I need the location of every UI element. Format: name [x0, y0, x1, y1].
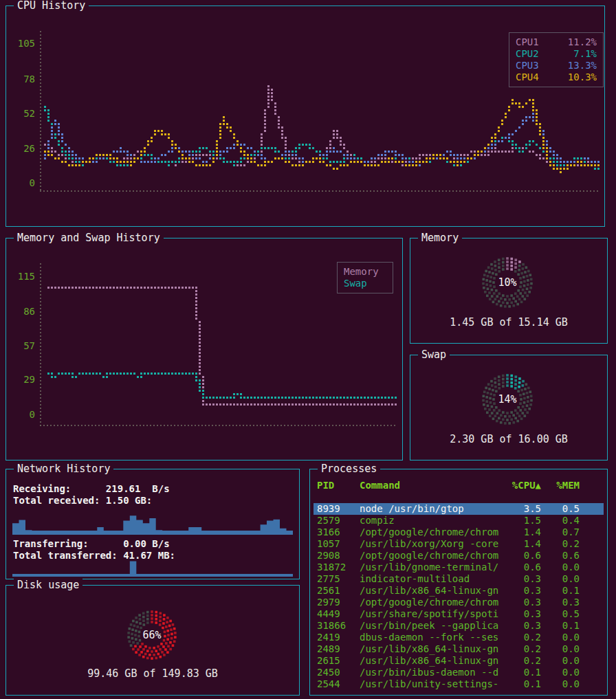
- process-cpu: 1.4: [501, 538, 541, 550]
- legend-label: CPU4: [516, 71, 539, 83]
- y-axis-tick: 86: [10, 306, 35, 317]
- process-row[interactable]: 2419dbus-daemon --fork --ses0.20.0: [314, 632, 604, 643]
- process-row[interactable]: 2489/usr/lib/x86_64-linux-gn0.20.0: [314, 643, 604, 655]
- transferring-sparkline: [12, 557, 293, 577]
- process-cpu: 0.1: [501, 667, 541, 678]
- y-axis-tick: 52: [10, 108, 35, 119]
- network-history-title: Network History: [14, 463, 113, 475]
- process-mem: 0.0: [541, 678, 580, 690]
- process-pid: 2544: [317, 678, 360, 690]
- process-row[interactable]: 2979/opt/google/chrome/chrom0.30.3: [314, 597, 604, 608]
- process-pid: 31872: [317, 562, 360, 573]
- process-cpu: 0.2: [501, 655, 541, 667]
- header-cpu-sort[interactable]: %CPU▲: [501, 480, 541, 491]
- process-cpu: 0.2: [501, 632, 541, 643]
- swap-percent: 14%: [496, 393, 518, 406]
- y-axis-tick: 78: [10, 74, 35, 85]
- process-command: node /usr/bin/gtop: [360, 503, 501, 515]
- process-mem: 0.0: [541, 562, 580, 573]
- process-command: /usr/lib/x86_64-linux-gn: [360, 643, 501, 655]
- process-row[interactable]: 2561/usr/lib/x86_64-linux-gn0.30.1: [314, 585, 604, 597]
- process-row[interactable]: 3166/opt/google/chrome/chrom1.40.7: [314, 526, 604, 538]
- process-command: dbus-daemon --fork --ses: [360, 632, 501, 643]
- process-row[interactable]: 1057/usr/lib/xorg/Xorg -core1.40.2: [314, 538, 604, 550]
- process-row[interactable]: 2450/usr/bin/ibus-daemon --d0.10.0: [314, 667, 604, 678]
- process-table-body: 8939node /usr/bin/gtop3.50.52579compiz1.…: [314, 503, 604, 690]
- processes-title: Processes: [318, 463, 380, 475]
- process-command: /opt/google/chrome/chrom: [360, 597, 501, 608]
- memory-swap-legend: MemorySwap: [337, 262, 393, 293]
- process-cpu: 0.6: [501, 550, 541, 562]
- memory-caption: 1.45 GB of 15.14 GB: [410, 316, 607, 329]
- gtop-system-monitor: { "colors": { "background": "#300a24", "…: [0, 0, 616, 699]
- process-cpu: 0.3: [501, 608, 541, 620]
- process-row[interactable]: 2908/opt/google/chrome/chrom0.60.6: [314, 550, 604, 562]
- process-pid: 2489: [317, 643, 360, 655]
- legend-value: 7.1%: [573, 48, 597, 60]
- memswap-legend-item: Memory: [344, 266, 386, 278]
- cpu-legend: CPU111.2%CPU27.1%CPU313.3%CPU410.3%: [509, 32, 604, 87]
- process-row[interactable]: 2775indicator-multiload0.30.0: [314, 573, 604, 585]
- network-history-panel: Network History Receiving: 219.61 B/s To…: [6, 469, 300, 579]
- process-pid: 2775: [317, 573, 360, 585]
- transferring-line: Transferring: 0.00 B/s: [13, 538, 170, 550]
- memory-panel: Memory 10% 1.45 GB of 15.14 GB: [410, 238, 608, 344]
- sort-ascending-icon: ▲: [536, 480, 541, 491]
- process-pid: 2450: [317, 667, 360, 678]
- process-mem: 0.1: [541, 620, 580, 632]
- process-cpu: 0.3: [501, 597, 541, 608]
- process-mem: 0.0: [541, 632, 580, 643]
- process-cpu: 0.3: [501, 585, 541, 597]
- header-command[interactable]: Command: [360, 480, 501, 491]
- y-axis-tick: 105: [10, 38, 35, 49]
- legend-label: CPU3: [516, 60, 539, 71]
- process-cpu: 0.6: [501, 562, 541, 573]
- process-command: /opt/google/chrome/chrom: [360, 550, 501, 562]
- legend-value: 13.3%: [568, 60, 597, 71]
- process-mem: 0.0: [541, 667, 580, 678]
- cpu-history-panel: CPU History 1057852260 CPU111.2%CPU27.1%…: [6, 5, 605, 227]
- swap-panel: Swap 14% 2.30 GB of 16.00 GB: [410, 355, 608, 461]
- process-cpu: 0.3: [501, 573, 541, 585]
- disk-percent: 66%: [141, 629, 162, 641]
- process-row[interactable]: 4449/usr/share/spotify/spoti0.30.5: [314, 608, 604, 620]
- process-pid: 2615: [317, 655, 360, 667]
- process-mem: 0.0: [541, 643, 580, 655]
- process-mem: 0.5: [541, 503, 580, 515]
- process-mem: 0.5: [541, 608, 580, 620]
- memory-swap-history-title: Memory and Swap History: [14, 232, 164, 244]
- process-command: /usr/share/spotify/spoti: [360, 608, 501, 620]
- y-axis-tick: 57: [10, 340, 35, 351]
- header-mem[interactable]: %MEM: [541, 480, 580, 491]
- process-cpu: 1.5: [501, 515, 541, 526]
- header-pid[interactable]: PID: [317, 480, 360, 491]
- process-mem: 0.7: [541, 526, 580, 538]
- process-row[interactable]: 31872/usr/lib/gnome-terminal/0.60.0: [314, 562, 604, 573]
- process-cpu: 0.1: [501, 678, 541, 690]
- process-row[interactable]: 31866/usr/bin/peek --gapplica0.30.1: [314, 620, 604, 632]
- process-row[interactable]: 2615/usr/lib/x86_64-linux-gn0.20.0: [314, 655, 604, 667]
- cpu-history-title: CPU History: [14, 0, 89, 12]
- swap-caption: 2.30 GB of 16.00 GB: [410, 433, 607, 445]
- process-row[interactable]: 2579compiz1.50.4: [314, 515, 604, 526]
- process-pid: 3166: [317, 526, 360, 538]
- process-pid: 4449: [317, 608, 360, 620]
- process-mem: 0.0: [541, 655, 580, 667]
- process-command: compiz: [360, 515, 501, 526]
- process-cpu: 0.2: [501, 643, 541, 655]
- process-pid: 2419: [317, 632, 360, 643]
- process-command: /usr/lib/unity-settings-: [360, 678, 501, 690]
- legend-label: CPU1: [516, 36, 539, 48]
- receiving-line: Receiving: 219.61 B/s: [13, 483, 170, 495]
- process-pid: 2979: [317, 597, 360, 608]
- disk-usage-title: Disk usage: [14, 579, 82, 591]
- process-mem: 0.2: [541, 538, 580, 550]
- total-received-line: Total received: 1.50 GB:: [13, 495, 152, 507]
- cpu-legend-item: CPU111.2%: [516, 36, 597, 48]
- receiving-sparkline: [12, 509, 293, 535]
- process-row[interactable]: 2544/usr/lib/unity-settings-0.10.0: [314, 678, 604, 690]
- process-cpu: 0.3: [501, 620, 541, 632]
- process-row-selected[interactable]: 8939node /usr/bin/gtop3.50.5: [314, 503, 604, 515]
- disk-usage-panel: Disk usage 66% 99.46 GB of 149.83 GB: [6, 585, 300, 696]
- process-pid: 2579: [317, 515, 360, 526]
